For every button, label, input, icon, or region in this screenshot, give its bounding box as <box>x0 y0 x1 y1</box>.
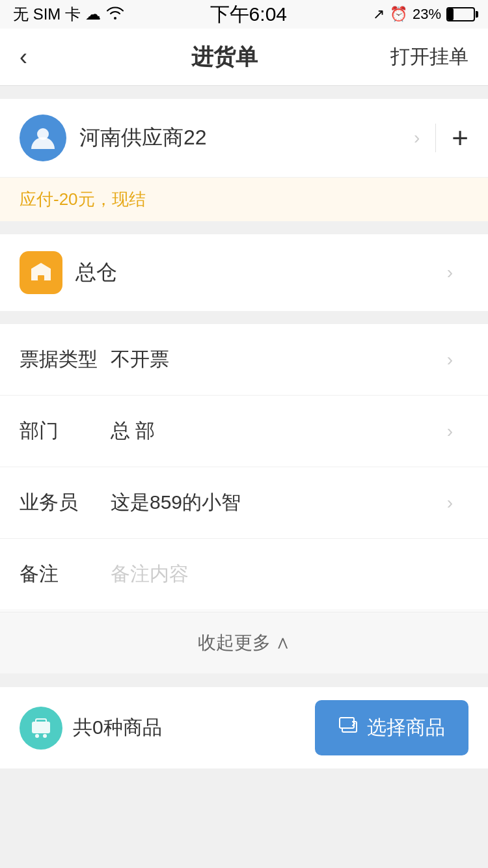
remark-row[interactable]: 备注 备注内容 <box>0 539 488 610</box>
sim-status: 无 SIM 卡 ☁ <box>13 4 101 25</box>
warehouse-icon <box>20 251 62 294</box>
page-background <box>0 768 488 868</box>
collapse-label: 收起更多 ∧ <box>198 632 291 653</box>
select-products-button[interactable]: 选择商品 <box>315 700 468 755</box>
battery-percent: 23% <box>413 6 441 23</box>
supplier-chevron-icon: › <box>414 128 420 148</box>
department-value: 总 部 <box>111 418 447 444</box>
supplier-name: 河南供应商22 <box>79 124 414 152</box>
notice-text: 应付-20元，现结 <box>20 189 146 209</box>
salesperson-chevron-icon: › <box>447 493 453 513</box>
bottom-bar: 共0种商品 选择商品 <box>0 686 488 768</box>
select-btn-label: 选择商品 <box>367 714 445 741</box>
warehouse-row[interactable]: 总仓 › <box>0 234 488 311</box>
location-icon: ↗ <box>373 6 385 23</box>
open-pending-button[interactable]: 打开挂单 <box>390 44 468 70</box>
notice-bar: 应付-20元，现结 <box>0 178 488 221</box>
products-count: 共0种商品 <box>73 714 162 741</box>
department-chevron-icon: › <box>447 421 453 442</box>
salesperson-row[interactable]: 业务员 这是859的小智 › <box>0 467 488 539</box>
svg-rect-1 <box>38 275 44 280</box>
warehouse-name: 总仓 <box>75 258 447 287</box>
remark-input[interactable]: 备注内容 <box>111 561 468 588</box>
svg-rect-5 <box>340 718 354 728</box>
svg-point-4 <box>43 734 47 738</box>
select-products-icon <box>338 716 359 739</box>
status-time: 下午6:04 <box>210 1 287 28</box>
salesperson-label: 业务员 <box>20 489 111 516</box>
status-right: ↗ ⏰ 23% <box>373 6 475 23</box>
gap-1 <box>0 86 488 99</box>
nav-bar: ‹ 进货单 打开挂单 <box>0 29 488 86</box>
department-row[interactable]: 部门 总 部 › <box>0 396 488 467</box>
form-section: 票据类型 不开票 › 部门 总 部 › 业务员 这是859的小智 › 备注 备注… <box>0 324 488 673</box>
svg-point-3 <box>35 734 39 738</box>
status-left: 无 SIM 卡 ☁ <box>13 4 124 25</box>
salesperson-value: 这是859的小智 <box>111 489 447 516</box>
products-info: 共0种商品 <box>20 707 162 750</box>
divider <box>435 124 436 152</box>
battery-icon <box>446 7 475 21</box>
supplier-avatar <box>20 115 66 161</box>
product-cart-icon <box>20 707 62 750</box>
supplier-row[interactable]: 河南供应商22 › + <box>0 99 488 178</box>
invoice-type-label: 票据类型 <box>20 346 111 373</box>
invoice-type-value: 不开票 <box>111 346 447 373</box>
warehouse-chevron-icon: › <box>447 262 453 283</box>
status-bar: 无 SIM 卡 ☁ 下午6:04 ↗ ⏰ 23% <box>0 0 488 29</box>
back-button[interactable]: ‹ <box>20 44 59 71</box>
collapse-button[interactable]: 收起更多 ∧ <box>0 612 488 673</box>
remark-label: 备注 <box>20 561 111 588</box>
wifi-icon <box>106 5 124 23</box>
department-label: 部门 <box>20 418 111 444</box>
invoice-type-chevron-icon: › <box>447 349 453 370</box>
svg-rect-2 <box>32 722 50 733</box>
page-title: 进货单 <box>191 42 258 72</box>
supplier-section: 河南供应商22 › + 应付-20元，现结 <box>0 99 488 221</box>
alarm-icon: ⏰ <box>390 6 407 23</box>
add-supplier-button[interactable]: + <box>452 124 468 152</box>
warehouse-section: 总仓 › <box>0 234 488 311</box>
invoice-type-row[interactable]: 票据类型 不开票 › <box>0 324 488 396</box>
